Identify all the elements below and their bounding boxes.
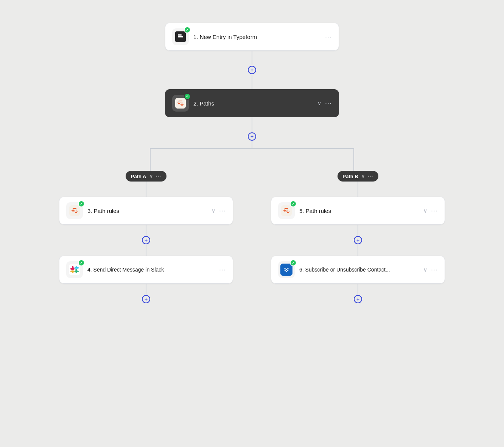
- path-a-badge[interactable]: Path A ∨ ···: [126, 171, 166, 182]
- step6-chevron-icon[interactable]: ∨: [423, 267, 427, 273]
- line2: [252, 117, 252, 132]
- step4-actions: ···: [219, 266, 226, 274]
- step4-icon-wrapper: [66, 261, 83, 278]
- path-b-chevron: ∨: [361, 174, 365, 179]
- line-a3: [146, 284, 146, 295]
- step2-title: 2. Paths: [193, 100, 313, 107]
- step2-icon-wrapper: [172, 95, 189, 112]
- step1-actions: ···: [325, 33, 332, 41]
- step3-dots-icon[interactable]: ···: [219, 207, 226, 215]
- step5-dots-icon[interactable]: ···: [431, 207, 438, 215]
- step1-icon-wrapper: [172, 28, 189, 45]
- workflow-canvas: 1. New Entry in Typeform ··· + 2. Paths: [44, 23, 460, 303]
- step6-dots-icon[interactable]: ···: [431, 266, 438, 274]
- branch-row: Path A ∨ ···: [44, 171, 460, 303]
- path-b-label: Path B: [343, 174, 358, 179]
- step5-status-badge: [290, 200, 297, 207]
- step1-card: 1. New Entry in Typeform ···: [165, 23, 339, 51]
- plus-btn-b[interactable]: +: [354, 236, 362, 244]
- path-b-badge[interactable]: Path B ∨ ···: [338, 171, 379, 182]
- step5-chevron-icon[interactable]: ∨: [423, 208, 427, 214]
- step6-card: 6. Subscribe or Unsubscribe Contact... ∨…: [271, 256, 445, 284]
- step2-actions: ∨ ···: [317, 99, 332, 107]
- step5-actions: ∨ ···: [423, 207, 438, 215]
- horizontal-split-line: [150, 148, 354, 149]
- line-a2: [146, 225, 146, 236]
- step2-chevron-icon[interactable]: ∨: [317, 100, 321, 106]
- step6-title: 6. Subscribe or Unsubscribe Contact...: [299, 267, 419, 273]
- line-b3: [358, 284, 358, 295]
- step2-dots-icon[interactable]: ···: [325, 99, 332, 107]
- svg-rect-7: [72, 266, 74, 268]
- path-a-label: Path A: [131, 174, 146, 179]
- svg-rect-15: [281, 205, 292, 216]
- step2-status-badge: [184, 93, 191, 100]
- step1-title: 1. New Entry in Typeform: [193, 34, 320, 40]
- path-a-dots: ···: [156, 173, 162, 179]
- path-b-dots: ···: [368, 173, 373, 179]
- line1: [252, 51, 252, 66]
- step4-dots-icon[interactable]: ···: [219, 266, 226, 274]
- svg-rect-4: [69, 264, 80, 275]
- connector-b2: +: [354, 225, 362, 256]
- step5-title: 5. Path rules: [299, 208, 419, 214]
- path-a-chevron: ∨: [149, 174, 153, 179]
- step3-icon-wrapper: [66, 202, 83, 219]
- step3-card: 3. Path rules ∨ ···: [59, 197, 233, 225]
- connector-b3: +: [354, 284, 362, 303]
- step3-chevron-icon[interactable]: ∨: [212, 208, 215, 214]
- line-b1: [358, 182, 358, 197]
- plus-btn-2[interactable]: +: [248, 132, 256, 141]
- step3-actions: ∨ ···: [212, 207, 226, 215]
- step6-status-badge: [290, 259, 297, 266]
- step3-title: 3. Path rules: [87, 208, 207, 214]
- line2b: [252, 141, 252, 148]
- line-b2: [358, 225, 358, 236]
- step6-actions: ∨ ···: [423, 266, 438, 274]
- svg-rect-14: [75, 267, 79, 269]
- connector1: +: [248, 51, 256, 89]
- connector2: +: [248, 117, 256, 148]
- paths-icon: [175, 98, 186, 109]
- left-branch-line: [150, 148, 151, 171]
- connector-a2: +: [142, 225, 150, 256]
- step2-card: 2. Paths ∨ ···: [165, 89, 339, 117]
- svg-rect-2: [69, 205, 80, 216]
- step3-status-badge: [78, 200, 85, 207]
- plus-btn-a[interactable]: +: [142, 236, 150, 244]
- svg-rect-0: [175, 98, 186, 109]
- step4-card: 4. Send Direct Message in Slack ···: [59, 256, 233, 284]
- step5-card: 5. Path rules ∨ ···: [271, 197, 445, 225]
- step4-title: 4. Send Direct Message in Slack: [87, 267, 215, 273]
- line1b: [252, 74, 252, 89]
- svg-rect-9: [75, 271, 79, 273]
- svg-rect-10: [76, 269, 78, 271]
- split-line-container: [131, 148, 373, 171]
- connector-a3: +: [142, 284, 150, 303]
- typeform-icon: [175, 31, 186, 42]
- plus-btn-b-bottom[interactable]: +: [354, 295, 362, 303]
- branch-section: + Path A ∨ ···: [44, 117, 460, 303]
- plus-btn-1[interactable]: +: [248, 66, 256, 74]
- step1-dots-icon[interactable]: ···: [325, 33, 332, 41]
- step5-icon-wrapper: [278, 202, 295, 219]
- step6-icon-wrapper: [278, 261, 295, 278]
- right-branch-line: [353, 148, 354, 171]
- svg-rect-12: [70, 271, 75, 273]
- plus-btn-a-bottom[interactable]: +: [142, 295, 150, 303]
- line-a2b: [146, 244, 146, 256]
- svg-rect-6: [70, 268, 75, 270]
- branch-col-b: Path B ∨ ···: [267, 171, 449, 303]
- step1-status-badge: [184, 26, 191, 33]
- line-b2b: [358, 244, 358, 256]
- branch-col-a: Path A ∨ ···: [55, 171, 237, 303]
- line-a1: [146, 182, 146, 197]
- step4-status-badge: [78, 259, 85, 266]
